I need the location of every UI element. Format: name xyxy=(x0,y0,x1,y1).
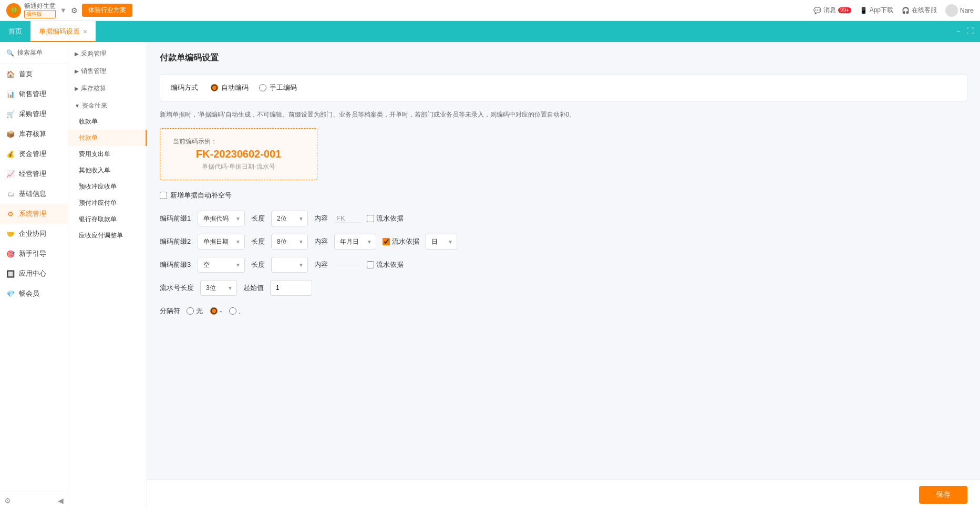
sub-item-prepay-pay[interactable]: 预付冲应付单 xyxy=(68,195,147,211)
prefix1-length-select[interactable]: 2位 4位 xyxy=(271,211,308,226)
brand-badge: 插件版 xyxy=(24,10,56,18)
prefix1-label: 编码前缀1 xyxy=(160,214,191,223)
prefix2-select-wrapper: 单据代码 单据日期 部门 业务员 空 ▼ xyxy=(198,234,245,250)
user-profile[interactable]: Nare xyxy=(945,4,974,17)
sub-item-payment-label: 付款单 xyxy=(79,134,98,141)
online-service-action[interactable]: 🎧 在线客服 xyxy=(902,6,937,15)
sub-item-expense-label: 费用支出单 xyxy=(79,150,110,158)
sidebar-item-sales[interactable]: 📊 销售管理 xyxy=(0,84,68,104)
app-download-action[interactable]: 📱 App下载 xyxy=(860,6,893,15)
experience-button[interactable]: 体验行业方案 xyxy=(82,4,132,17)
sep-dash-radio[interactable] xyxy=(210,307,218,315)
service-icon: 🎧 xyxy=(902,7,910,14)
prefix3-stream-checkbox[interactable] xyxy=(367,261,374,268)
prefix1-select[interactable]: 单据代码 单据日期 部门 业务员 空 xyxy=(198,211,245,226)
sidebar-item-apps[interactable]: 🔲 应用中心 xyxy=(0,264,68,284)
coding-mode-card: 编码方式 自动编码 手工编码 xyxy=(160,74,967,101)
chevron-down-icon: ▼ xyxy=(75,103,80,109)
prefix3-length-select[interactable] xyxy=(271,257,308,273)
stream-length-select[interactable]: 3位 4位 5位 6位 xyxy=(200,280,237,296)
sub-group-purchase: ▶ 采购管理 xyxy=(68,46,147,61)
sidebar-item-guide[interactable]: 🎯 新手引导 xyxy=(0,244,68,264)
collapse-icon[interactable]: ◀ xyxy=(58,496,64,505)
sub-group-funds-label: 资金往来 xyxy=(82,101,107,110)
message-label: 消息 xyxy=(823,6,836,15)
main-content: 付款单编码设置 编码方式 自动编码 手工编码 xyxy=(147,42,980,480)
sub-group-sales: ▶ 销售管理 xyxy=(68,64,147,79)
prefix2-select[interactable]: 单据代码 单据日期 部门 业务员 空 xyxy=(198,234,245,250)
sep-none-radio[interactable] xyxy=(187,307,194,315)
message-action[interactable]: 💬 消息 99+ xyxy=(813,6,851,15)
prefix1-stream-label: 流水依据 xyxy=(376,214,404,223)
sub-item-receipt[interactable]: 收款单 xyxy=(68,113,147,130)
sidebar-item-guide-label: 新手引导 xyxy=(19,249,46,258)
user-name: Nare xyxy=(960,7,974,14)
sep-dot-label: . xyxy=(239,307,241,315)
operation-icon: 📈 xyxy=(6,170,15,178)
settings-bottom-icon[interactable]: ⚙ xyxy=(4,496,11,505)
sub-item-expense[interactable]: 费用支出单 xyxy=(68,146,147,162)
prefix1-stream-checkbox[interactable] xyxy=(367,215,374,222)
finance-icon: 💰 xyxy=(6,150,15,158)
coding-mode-row: 编码方式 自动编码 手工编码 xyxy=(171,83,956,92)
sidebar-item-home[interactable]: 🏠 首页 xyxy=(0,64,68,84)
sub-group-inventory-title[interactable]: ▶ 库存核算 xyxy=(68,81,147,96)
sidebar-item-vip[interactable]: 💎 畅会员 xyxy=(0,284,68,304)
guide-icon: 🎯 xyxy=(6,250,15,258)
sidebar-item-stock[interactable]: 📦 库存核算 xyxy=(0,124,68,144)
tab-coding[interactable]: 单据编码设置 ✕ xyxy=(30,21,96,42)
sub-item-receivable-adj[interactable]: 应收应付调整单 xyxy=(68,227,147,244)
sub-item-prepay-receive[interactable]: 预收冲应收单 xyxy=(68,179,147,195)
prefix3-select[interactable]: 单据代码 单据日期 部门 业务员 空 xyxy=(198,257,245,273)
auto-fill-checkbox[interactable] xyxy=(160,192,167,199)
tab-home[interactable]: 首页 xyxy=(0,21,30,42)
prefix-row-3: 编码前缀3 单据代码 单据日期 部门 业务员 空 ▼ 长度 xyxy=(160,257,967,273)
start-value-input[interactable] xyxy=(270,280,312,296)
auto-fill-label[interactable]: 新增单据自动补空号 xyxy=(170,191,232,200)
search-menu-button[interactable]: 🔍 搜索菜单 xyxy=(4,46,64,59)
sub-group-sales-label: 销售管理 xyxy=(81,67,106,76)
sep-dash-label: - xyxy=(220,307,222,315)
brand-text-block: 畅通好生意 插件版 xyxy=(24,2,56,19)
sidebar-item-purchase[interactable]: 🛒 采购管理 xyxy=(0,104,68,124)
auto-coding-label: 自动编码 xyxy=(221,83,249,92)
sep-dash-option[interactable]: - xyxy=(210,307,222,315)
save-button[interactable]: 保存 xyxy=(919,486,967,504)
prefix1-stream-checkbox-group: 流水依据 xyxy=(367,214,404,223)
prefix2-period-select[interactable]: 日 月 年 xyxy=(426,234,457,250)
sales-icon: 📊 xyxy=(6,90,15,98)
sub-item-bank-deposit[interactable]: 银行存取款单 xyxy=(68,211,147,227)
sub-item-other-income[interactable]: 其他收入单 xyxy=(68,162,147,179)
sub-group-funds-title[interactable]: ▼ 资金往来 xyxy=(68,98,147,113)
auto-coding-option[interactable]: 自动编码 xyxy=(211,83,249,92)
prefix2-content-select[interactable]: 年月日 年月 年 xyxy=(334,234,376,250)
dropdown-arrow-icon[interactable]: ▼ xyxy=(60,6,67,14)
sub-group-purchase-title[interactable]: ▶ 采购管理 xyxy=(68,46,147,61)
stock-icon: 📦 xyxy=(6,130,15,138)
prefix2-stream-checkbox[interactable] xyxy=(383,238,390,245)
prefix1-length-label: 长度 xyxy=(251,214,265,223)
prefix2-length-select[interactable]: 6位 8位 10位 xyxy=(271,234,308,250)
minimize-icon[interactable]: － xyxy=(955,27,962,36)
sidebar-item-system[interactable]: ⚙ 系统管理 xyxy=(0,204,68,224)
sidebar-item-enterprise[interactable]: 🤝 企业协同 xyxy=(0,224,68,244)
sidebar-item-finance[interactable]: 💰 资金管理 xyxy=(0,144,68,164)
sidebar-item-basic[interactable]: 🗂 基础信息 xyxy=(0,184,68,204)
sep-dot-radio[interactable] xyxy=(229,307,236,315)
sep-none-option[interactable]: 无 xyxy=(187,306,203,316)
auto-coding-radio[interactable] xyxy=(211,84,218,91)
sub-item-payment[interactable]: 付款单 xyxy=(68,130,147,146)
maximize-icon[interactable]: ⛶ xyxy=(966,27,974,36)
prefix3-length-select-wrapper: ▼ xyxy=(271,257,308,273)
prefix3-stream-label: 流水依据 xyxy=(376,260,404,269)
sub-group-sales-title[interactable]: ▶ 销售管理 xyxy=(68,64,147,79)
manual-coding-option[interactable]: 手工编码 xyxy=(259,83,297,92)
tab-close-icon[interactable]: ✕ xyxy=(83,29,87,35)
sidebar-item-operation[interactable]: 📈 经营管理 xyxy=(0,164,68,184)
sep-dot-option[interactable]: . xyxy=(229,307,241,315)
manual-coding-radio[interactable] xyxy=(259,84,266,91)
gear-icon[interactable]: ⚙ xyxy=(71,6,78,15)
sidebar-item-finance-label: 资金管理 xyxy=(19,149,46,159)
prefix1-select-wrapper: 单据代码 单据日期 部门 业务员 空 ▼ xyxy=(198,211,245,226)
sub-item-prepay-pay-label: 预付冲应付单 xyxy=(79,199,117,206)
